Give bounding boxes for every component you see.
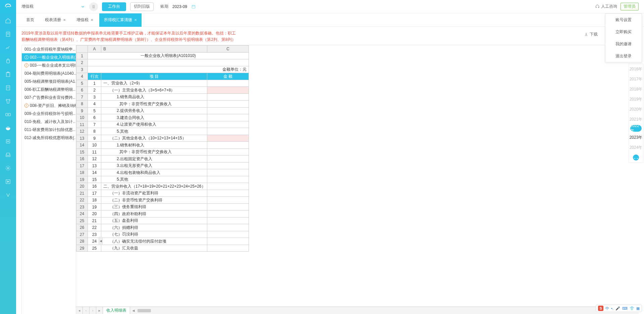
dropdown-item-1[interactable]: 立即购买 [605, 26, 642, 38]
scroll-thumb[interactable] [138, 309, 151, 312]
amount-cell[interactable] [207, 190, 249, 197]
dropdown-item-2[interactable]: 我的邀请 [605, 38, 642, 50]
year-2024年[interactable]: 2024年 [629, 142, 643, 152]
table-row: 2925（九）汇兑收益 [76, 245, 249, 252]
nav-cash-icon[interactable] [5, 111, 11, 118]
switch-old-button[interactable]: 切到旧版 [130, 2, 154, 11]
consult-button[interactable]: 人工咨询 [595, 4, 617, 9]
tab-close-icon[interactable]: ✕ [91, 18, 93, 22]
tab-2[interactable]: 增值税✕ [72, 13, 98, 27]
amount-cell[interactable] [207, 148, 249, 155]
tree-node-11[interactable]: 012-减免所得税优惠明细表(… [22, 134, 76, 142]
tree-collapse-handle[interactable]: ◀ [99, 237, 103, 245]
year-2019年[interactable]: 2019年 [629, 94, 643, 104]
amount-cell[interactable] [207, 224, 249, 231]
nav-shirt-icon[interactable] [5, 98, 11, 105]
nav-export-icon[interactable] [5, 138, 11, 145]
sheet[interactable]: ABC1一般企业收入明细表(A101010)23金额单位：元4行次项 目金 额5… [76, 45, 639, 307]
year-2016年[interactable]: 2016年 [629, 64, 643, 74]
tree-node-5[interactable]: 006-职工薪酬纳税调整明细… [22, 85, 76, 93]
amount-cell[interactable] [207, 197, 249, 204]
doc-round-icon[interactable] [89, 2, 98, 11]
main: 增值税 工作台 切到旧版 账期 2023-09 人工咨询 管理员 首页税表清册✕… [16, 0, 644, 314]
year-more-icon[interactable]: ⌄⌄ [633, 154, 639, 161]
form-tree: 001-企业所得税年度纳税申…!002-一般企业收入明细表(A1…!003-一般… [22, 45, 76, 314]
table-row: 1285.其他 [76, 128, 249, 135]
year-2017年[interactable]: 2017年 [629, 74, 643, 84]
tree-node-3[interactable]: 004-期间费用明细表(A1040… [22, 69, 76, 77]
amount-cell[interactable] [207, 135, 249, 142]
tree-node-8[interactable]: 009-企业所得税弥补亏损明… [22, 110, 76, 118]
dropdown-item-3[interactable]: 退出登录 [605, 50, 642, 62]
tab-3[interactable]: 所得税汇算清缴✕ [99, 13, 142, 27]
amount-cell[interactable] [207, 238, 249, 245]
amount-cell[interactable] [207, 183, 249, 190]
amount-cell[interactable] [207, 210, 249, 217]
nav-calc-icon[interactable] [5, 84, 11, 91]
amount-cell[interactable] [207, 155, 249, 163]
breadcrumb[interactable]: 增值税 [21, 4, 85, 9]
nav-doc-icon[interactable] [5, 31, 11, 38]
sheet-nav-last[interactable]: ► [96, 307, 103, 314]
nav-clip-icon[interactable] [5, 71, 11, 78]
amount-cell[interactable] [207, 231, 249, 238]
year-2021年[interactable]: 2021年 [629, 114, 643, 124]
table-row: 2420（四）政府补助利得 [76, 210, 249, 217]
year-2018年[interactable]: 2018年 [629, 84, 643, 94]
breadcrumb-label: 增值税 [21, 4, 34, 9]
tree-node-10[interactable]: 011-研发费用加计扣除优惠… [22, 126, 76, 134]
year-2022年[interactable]: 2022年 [630, 125, 642, 132]
tab-close-icon[interactable]: ✕ [63, 18, 66, 22]
sheet-tab[interactable]: 收入明细表 [103, 307, 130, 314]
nav-v-icon[interactable] [5, 192, 11, 198]
amount-cell[interactable] [207, 176, 249, 183]
tab-1[interactable]: 税表清册✕ [40, 13, 70, 27]
amount-cell[interactable] [207, 245, 249, 252]
ime-bar[interactable]: S 中 •, 🎤 ⌨ 👕 ▦ [596, 305, 642, 312]
amount-cell[interactable] [207, 93, 249, 101]
tab-0[interactable]: 首页 [21, 13, 39, 27]
nav-chart-icon[interactable] [5, 44, 11, 51]
tree-node-7[interactable]: !008-资产折旧、摊销及纳税… [22, 102, 76, 110]
tree-node-6[interactable]: 007-广告费和业务宣传费跨… [22, 93, 76, 102]
dropdown-item-0[interactable]: 账号设置 [605, 14, 642, 26]
amount-cell[interactable] [207, 80, 249, 87]
amount-cell[interactable] [207, 107, 249, 114]
sheet-nav-prev[interactable]: ‹ [83, 307, 90, 314]
tree-node-0[interactable]: 001-企业所得税年度纳税申… [22, 45, 76, 53]
h-scrollbar[interactable]: ◄ [130, 307, 639, 314]
tree-node-2[interactable]: !003-一般企业成本支出明细… [22, 61, 76, 69]
amount-cell[interactable] [207, 87, 249, 94]
sheet-nav-first[interactable]: ◄ [76, 307, 83, 314]
tree-node-1[interactable]: !002-一般企业收入明细表(A1… [22, 53, 76, 61]
tree-node-4[interactable]: 005-纳税调整项目明细表(A1… [22, 77, 76, 85]
year-rail: 2016年2017年2018年2019年2020年2021年2022年2023年… [629, 64, 643, 163]
sheet-nav-next[interactable]: › [90, 307, 96, 314]
period-value[interactable]: 2023-09 [172, 4, 187, 9]
nav-play-icon[interactable] [5, 178, 11, 185]
amount-cell[interactable] [207, 217, 249, 224]
year-2020年[interactable]: 2020年 [629, 104, 643, 114]
tab-close-icon[interactable]: ✕ [134, 18, 137, 22]
download-icon [584, 32, 588, 37]
calendar-icon[interactable] [191, 4, 196, 9]
tree-node-9[interactable]: 010-免税、减计收入及加计… [22, 118, 76, 126]
admin-button[interactable]: 管理员 [621, 3, 639, 10]
nav-inbox-icon[interactable] [5, 151, 11, 158]
amount-cell[interactable] [207, 142, 249, 149]
nav-bag-icon[interactable] [5, 58, 11, 64]
amount-cell[interactable] [207, 121, 249, 128]
year-2023年[interactable]: 2023年 [629, 132, 643, 142]
amount-cell[interactable] [207, 169, 249, 176]
nav-home-icon[interactable] [5, 17, 11, 24]
amount-cell[interactable] [207, 128, 249, 135]
amount-cell[interactable] [207, 203, 249, 210]
nav-gear-icon[interactable] [5, 165, 11, 172]
table-row: 1511其中：非货币性资产交换收入 [76, 148, 249, 155]
amount-cell[interactable] [207, 101, 249, 108]
nav-bowl-icon[interactable] [5, 125, 11, 131]
amount-cell[interactable] [207, 114, 249, 121]
download-button[interactable]: 下载 [584, 32, 598, 37]
amount-cell[interactable] [207, 162, 249, 169]
workspace-button[interactable]: 工作台 [102, 2, 126, 11]
